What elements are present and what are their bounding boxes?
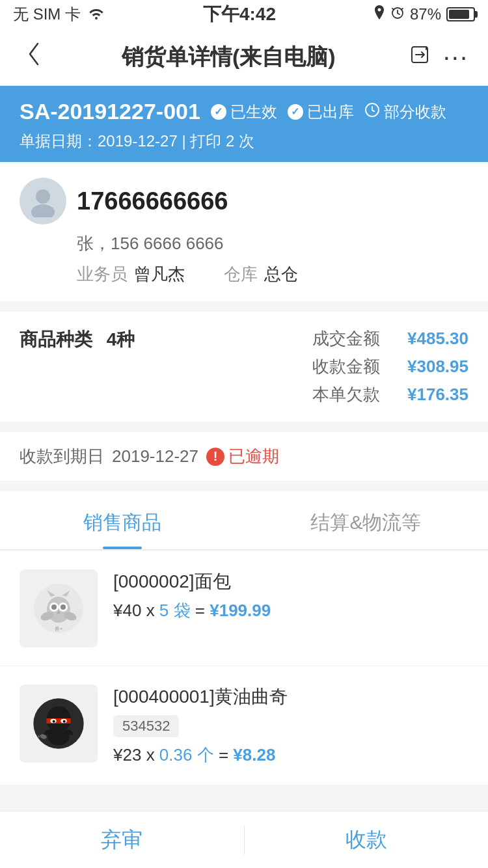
bottom-bar: 弃审 收款: [0, 811, 488, 868]
overdue-badge: ! 已逾期: [206, 445, 279, 468]
customer-top: 17666666666: [20, 178, 468, 224]
svg-text:兽+: 兽+: [55, 626, 63, 632]
product-types: 商品种类 4种: [20, 327, 135, 352]
overdue-text: 已逾期: [228, 445, 279, 468]
due-date-value: 2019-12-27: [112, 446, 198, 467]
sales-label: 业务员: [77, 263, 128, 286]
customer-name: 17666666666: [77, 187, 228, 215]
amount-label: 成交金额: [312, 327, 380, 350]
svg-point-9: [51, 604, 57, 610]
product-qty-1: 5: [159, 601, 169, 620]
product-name-1: [0000002]面包: [113, 569, 468, 594]
location-icon: [373, 5, 385, 23]
product-thumb-2: [20, 685, 98, 763]
tab-products[interactable]: 销售商品: [0, 491, 244, 549]
product-item-2: [000400001]黄油曲奇 534532 ¥23 x 0.36 个 = ¥8…: [0, 666, 488, 785]
due-row: 本单欠款 ¥176.35: [312, 383, 468, 406]
sales-info: 业务员 曾凡杰: [77, 263, 185, 286]
back-button[interactable]: [20, 34, 48, 79]
battery-icon: [446, 7, 475, 21]
product-price-2: ¥23 x 0.36 个 = ¥8.28: [113, 744, 468, 766]
svg-point-3: [36, 189, 50, 204]
warehouse-label: 仓库: [224, 263, 258, 286]
products-section: 兽+ [0000002]面包 ¥40 x 5 袋 = ¥199.99: [0, 551, 488, 785]
product-tag-2: 534532: [113, 715, 179, 737]
product-price-1: ¥40 x 5 袋 = ¥199.99: [113, 599, 468, 622]
status-left: 无 SIM 卡: [13, 4, 105, 25]
tab-settlement[interactable]: 结算&物流等: [244, 491, 488, 549]
product-thumb-1: 兽+: [20, 569, 98, 647]
order-id: SA-20191227-001: [20, 99, 200, 124]
amount-value: ¥485.30: [390, 329, 468, 349]
sales-value: 曾凡杰: [134, 263, 185, 286]
check-icon-2: ✓: [288, 104, 303, 120]
status-text-3: 部分收款: [384, 102, 446, 122]
battery-text: 87%: [410, 5, 441, 23]
nav-actions: ···: [409, 42, 468, 72]
product-qty-2: 0.36: [159, 745, 193, 765]
status-badge-shipped: ✓ 已出库: [288, 102, 354, 122]
check-icon-1: ✓: [211, 104, 226, 120]
status-text-2: 已出库: [307, 102, 354, 122]
status-bar: 无 SIM 卡 下午4:42 87%: [0, 0, 488, 29]
page-title: 销货单详情(来自电脑): [48, 42, 409, 72]
header-banner: SA-20191227-001 ✓ 已生效 ✓ 已出库 部分收款 单据日期：20…: [0, 86, 488, 162]
nav-bar: 销货单详情(来自电脑) ···: [0, 29, 488, 86]
abandon-button[interactable]: 弃审: [0, 813, 244, 867]
svg-point-10: [61, 604, 66, 610]
status-badge-partial: 部分收款: [364, 102, 446, 122]
svg-point-4: [31, 204, 55, 217]
due-label: 本单欠款: [312, 383, 380, 406]
received-label: 收款金额: [312, 355, 380, 378]
svg-point-23: [63, 720, 66, 723]
due-value: ¥176.35: [390, 385, 468, 405]
more-icon[interactable]: ···: [443, 42, 468, 72]
carrier-text: 无 SIM 卡: [13, 4, 81, 25]
product-types-label: 商品种类: [20, 329, 92, 349]
received-value: ¥308.95: [390, 357, 468, 377]
product-types-value: 4种: [107, 329, 135, 349]
product-info-1: [0000002]面包 ¥40 x 5 袋 = ¥199.99: [113, 569, 468, 622]
warehouse-info: 仓库 总仓: [224, 263, 298, 286]
received-row: 收款金额 ¥308.95: [312, 355, 468, 378]
product-info-2: [000400001]黄油曲奇 534532 ¥23 x 0.36 个 = ¥8…: [113, 685, 468, 766]
due-date-label: 收款到期日: [20, 445, 104, 468]
svg-point-22: [53, 720, 55, 723]
warehouse-value: 总仓: [264, 263, 298, 286]
due-date-section: 收款到期日 2019-12-27 ! 已逾期: [0, 432, 488, 481]
share-icon[interactable]: [409, 44, 430, 70]
stats-section: 商品种类 4种 成交金额 ¥485.30 收款金额 ¥308.95 本单欠款 ¥…: [0, 312, 488, 422]
customer-meta: 业务员 曾凡杰 仓库 总仓: [20, 263, 468, 286]
product-name-2: [000400001]黄油曲奇: [113, 685, 468, 709]
status-time: 下午4:42: [203, 2, 276, 27]
customer-section: 17666666666 张，156 6666 6666 业务员 曾凡杰 仓库 总…: [0, 162, 488, 301]
product-item: 兽+ [0000002]面包 ¥40 x 5 袋 = ¥199.99: [0, 551, 488, 666]
status-right: 87%: [373, 5, 475, 23]
header-date-info: 单据日期：2019-12-27 | 打印 2 次: [20, 131, 468, 152]
payment-button[interactable]: 收款: [245, 813, 489, 867]
product-total-2: ¥8.28: [233, 745, 275, 765]
svg-rect-19: [46, 718, 70, 724]
financial-stats: 成交金额 ¥485.30 收款金额 ¥308.95 本单欠款 ¥176.35: [312, 327, 468, 406]
wifi-icon: [87, 5, 105, 23]
alarm-icon: [390, 5, 405, 23]
product-total-1: ¥199.99: [210, 601, 271, 620]
avatar: [20, 178, 66, 224]
status-badge-effective: ✓ 已生效: [211, 102, 277, 122]
overdue-dot-icon: !: [206, 448, 224, 466]
tabs-section: 销售商品 结算&物流等: [0, 491, 488, 550]
amount-row: 成交金额 ¥485.30: [312, 327, 468, 350]
clock-icon: [364, 102, 380, 122]
status-text-1: 已生效: [230, 102, 277, 122]
customer-detail: 张，156 6666 6666: [20, 232, 468, 255]
